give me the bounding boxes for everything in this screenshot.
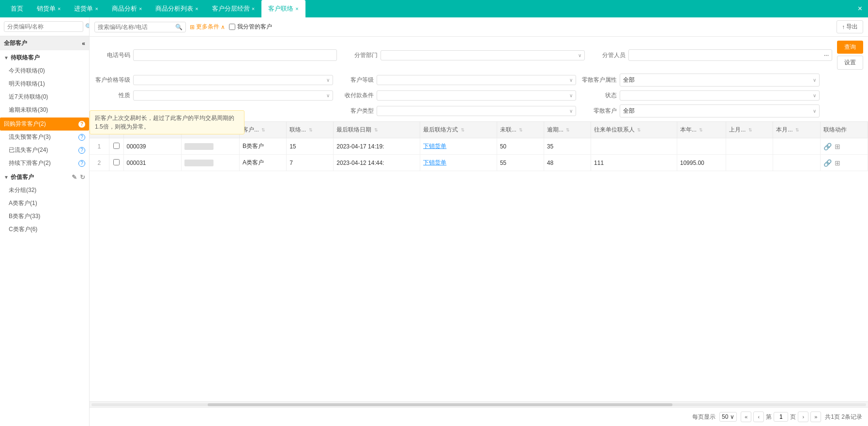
- filter-price-grade-select[interactable]: ∨: [133, 75, 333, 85]
- nav-sales-close[interactable]: ×: [58, 6, 61, 12]
- scroll-thumb[interactable]: [208, 403, 672, 406]
- sidebar-item-overdue[interactable]: 逾期未联络(30): [0, 103, 89, 117]
- filter-search-input[interactable]: [98, 24, 175, 30]
- sidebar-item-7days[interactable]: 近7天待联络(0): [0, 90, 89, 103]
- row2-check[interactable]: [113, 159, 120, 165]
- row1-last-month: [726, 138, 773, 155]
- filter-payment-select[interactable]: ∨: [377, 90, 577, 101]
- col-last-month[interactable]: 上月... ⇅: [726, 122, 773, 138]
- sidebar-item-class-a[interactable]: A类客户(1): [0, 197, 89, 210]
- filter-phone-input[interactable]: [133, 49, 337, 61]
- row2-link-icon[interactable]: 🔗: [823, 159, 832, 167]
- top-nav: 首页 销货单 × 进货单 × 商品分析 × 商品分析列表 × 客户分层经营 × …: [0, 0, 868, 17]
- filter-customer-type-select[interactable]: ∨: [377, 106, 577, 116]
- sidebar-item-today[interactable]: 今天待联络(0): [0, 64, 89, 77]
- row1-contact-count: 15: [287, 138, 334, 155]
- row1-check[interactable]: [113, 143, 120, 149]
- horizontal-scrollbar[interactable]: [90, 401, 868, 407]
- filter-status-select[interactable]: ∨: [620, 90, 820, 101]
- row2-last-month: [726, 155, 773, 171]
- nature-arrow: ∨: [326, 93, 330, 98]
- lost-help-icon[interactable]: ?: [78, 147, 85, 154]
- col-last-contact-date[interactable]: 最后联络日期 ⇅: [334, 122, 420, 138]
- nav-customer-tier[interactable]: 客户分层经营 ×: [205, 0, 261, 17]
- sidebar-item-tomorrow[interactable]: 明天待联络(1): [0, 77, 89, 90]
- more-conditions-btn[interactable]: ⊞ 更多条件 ∧: [190, 23, 225, 31]
- page-navigation: « ‹ 第 页 › »: [741, 411, 821, 422]
- nav-customer-tier-close[interactable]: ×: [252, 6, 255, 12]
- filter-retail-customer-select[interactable]: 全部 ∨: [620, 104, 820, 118]
- row1-link-icon[interactable]: 🔗: [823, 143, 832, 150]
- sidebar-item-repurchase-anomaly[interactable]: 回购异常客户(2) ?: [0, 118, 89, 131]
- row1-grid-icon[interactable]: ⊞: [835, 143, 840, 150]
- per-page-label: 每页显示: [692, 413, 716, 421]
- sidebar-search-input[interactable]: [4, 21, 83, 32]
- nav-product-analysis-list[interactable]: 商品分析列表 ×: [149, 0, 205, 17]
- repurchase-help-icon[interactable]: ?: [78, 121, 85, 128]
- col-last-contact-method[interactable]: 最后联络方式 ⇅: [420, 122, 497, 138]
- col-customer-type[interactable]: 客户... ⇅: [239, 122, 286, 138]
- last-date-sort-icon: ⇅: [374, 128, 378, 132]
- nav-product-analysis[interactable]: 商品分析 ×: [105, 0, 149, 17]
- nav-product-analysis-close[interactable]: ×: [139, 6, 142, 12]
- sidebar-group-value-title[interactable]: ▼ 价值客户 ✎ ↻: [0, 171, 89, 184]
- sidebar-item-class-c[interactable]: C类客户(6): [0, 223, 89, 236]
- my-customers-check[interactable]: [229, 24, 235, 30]
- nav-purchase-close[interactable]: ×: [95, 6, 98, 12]
- first-page-btn[interactable]: «: [741, 411, 751, 422]
- query-btn[interactable]: 查询: [837, 41, 863, 54]
- declining-help-icon[interactable]: ?: [78, 160, 85, 167]
- col-this-month[interactable]: 本月... ⇅: [773, 122, 820, 138]
- value-arrow: ▼: [4, 175, 9, 180]
- sidebar-search-icon[interactable]: 🔍: [85, 23, 90, 30]
- export-btn[interactable]: ↑ 导出: [837, 20, 863, 33]
- last-page-btn[interactable]: »: [810, 411, 821, 422]
- per-page-select[interactable]: 50 ∨: [719, 412, 737, 422]
- row2-checkbox[interactable]: [109, 155, 123, 171]
- filter-person-select[interactable]: ···: [628, 49, 832, 61]
- nav-customer-contact-close[interactable]: ×: [295, 6, 298, 12]
- row2-last-contact-method[interactable]: 下销货单: [420, 155, 497, 171]
- nav-purchase[interactable]: 进货单 ×: [67, 0, 105, 17]
- col-this-year[interactable]: 本年... ⇅: [677, 122, 726, 138]
- sidebar-collapse-icon[interactable]: «: [82, 40, 85, 47]
- settings-btn[interactable]: 设置: [837, 56, 863, 70]
- nav-sales[interactable]: 销货单 ×: [30, 0, 67, 17]
- sidebar-item-class-b[interactable]: B类客户(33): [0, 210, 89, 223]
- page-input[interactable]: [774, 412, 788, 422]
- sidebar-item-declining[interactable]: 持续下滑客户(2) ?: [0, 157, 89, 170]
- prev-page-btn[interactable]: ‹: [753, 411, 764, 422]
- nav-home[interactable]: 首页: [4, 0, 30, 17]
- loss-warning-help-icon[interactable]: ?: [78, 134, 85, 141]
- sidebar-group-pending-title[interactable]: ▼ 待联络客户: [0, 51, 89, 64]
- filter-nature-select[interactable]: ∨: [133, 90, 333, 101]
- window-close-btn[interactable]: ×: [858, 4, 862, 13]
- row1-checkbox[interactable]: [109, 138, 123, 155]
- nav-customer-contact[interactable]: 客户联络 ×: [261, 0, 305, 17]
- row1-last-contact-date: 2023-04-17 14:19:: [334, 138, 420, 155]
- sidebar-item-ungrouped[interactable]: 未分组(32): [0, 184, 89, 197]
- col-not-contacted[interactable]: 未联... ⇅: [497, 122, 544, 138]
- row1-last-contact-method[interactable]: 下销货单: [420, 138, 497, 155]
- filter-retail-attr-select[interactable]: 全部 ∨: [620, 73, 820, 87]
- sidebar-item-lost[interactable]: 已流失客户(24) ?: [0, 144, 89, 157]
- contact-count-sort-icon: ⇅: [309, 128, 313, 132]
- sidebar-item-loss-warning[interactable]: 流失预警客户(3) ?: [0, 131, 89, 144]
- row1-this-month: [773, 138, 820, 155]
- row2-not-contacted: 55: [497, 155, 544, 171]
- value-group-edit-icon[interactable]: ✎: [72, 174, 77, 181]
- col-contact-count[interactable]: 联络... ⇅: [287, 122, 334, 138]
- filter-customer-grade-select[interactable]: ∨: [377, 75, 577, 85]
- value-group-refresh-icon[interactable]: ↻: [80, 174, 85, 181]
- next-page-btn[interactable]: ›: [798, 411, 808, 422]
- col-contact-person[interactable]: 往来单位联系人 ⇅: [591, 122, 677, 138]
- row1-customer-type: B类客户: [239, 138, 286, 155]
- filter-dept-select[interactable]: ∨: [381, 50, 584, 60]
- col-overdue[interactable]: 逾期... ⇅: [544, 122, 591, 138]
- my-customers-checkbox[interactable]: 我分管的客户: [229, 23, 272, 31]
- row2-grid-icon[interactable]: ⊞: [835, 159, 840, 167]
- filter-search-icon[interactable]: 🔍: [175, 24, 183, 30]
- nav-product-analysis-list-close[interactable]: ×: [195, 6, 198, 12]
- tooltip-box: 距客户上次交易时长，超过了此客户的平均交易周期的1.5倍，则视为异常。: [90, 110, 244, 134]
- sidebar-all-customers[interactable]: 全部客户 «: [0, 36, 89, 50]
